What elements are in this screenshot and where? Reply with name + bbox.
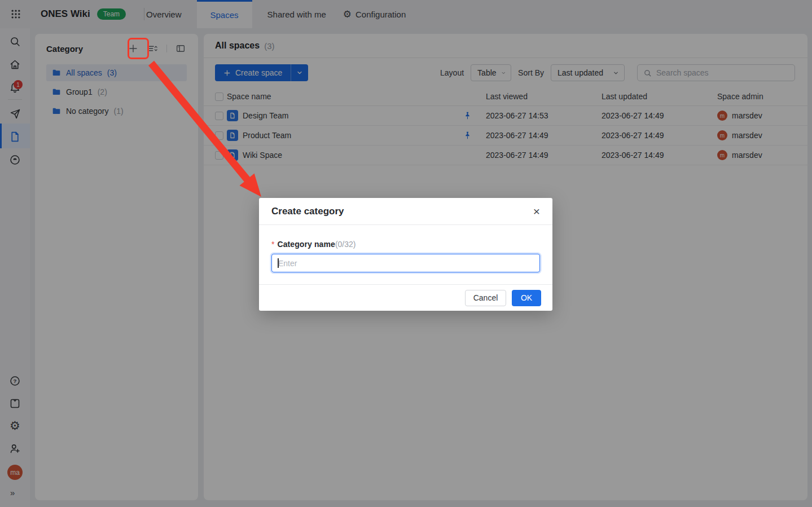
- required-mark: *: [271, 240, 274, 249]
- category-name-input[interactable]: [271, 254, 540, 272]
- character-counter: (0/32): [335, 240, 356, 249]
- page: ONES Wiki Team Overview Spaces Shared wi…: [0, 0, 812, 507]
- field-label-row: * Category name (0/32): [271, 240, 540, 249]
- modal-title: Create category: [271, 206, 533, 217]
- modal-body: * Category name (0/32): [259, 225, 552, 272]
- ok-button[interactable]: OK: [512, 290, 541, 306]
- create-category-modal: Create category × * Category name (0/32)…: [259, 198, 552, 311]
- modal-footer: Cancel OK: [259, 284, 552, 311]
- close-icon[interactable]: ×: [533, 205, 540, 217]
- annotation-highlight-box: [128, 38, 149, 59]
- text-caret: [278, 258, 279, 268]
- cancel-button[interactable]: Cancel: [465, 290, 506, 306]
- modal-header: Create category ×: [259, 198, 552, 225]
- category-name-label: Category name: [277, 240, 335, 249]
